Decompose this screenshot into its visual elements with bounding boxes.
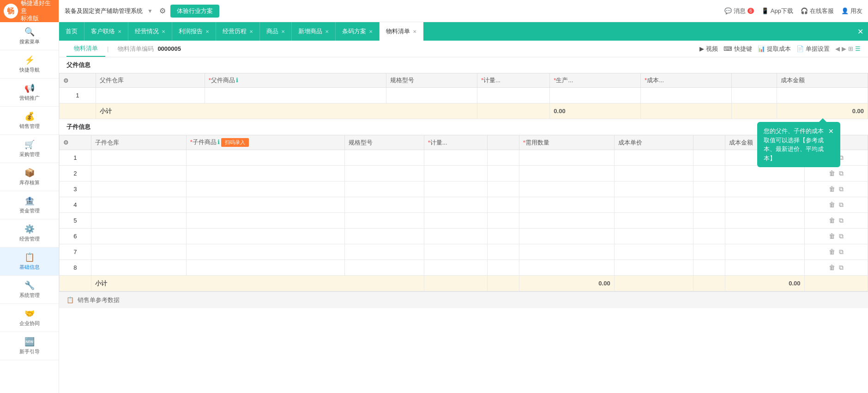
parent-unit-cell[interactable] <box>477 88 549 103</box>
child-quantity-4[interactable] <box>519 197 614 213</box>
delete-btn-2[interactable]: 🗑 <box>829 169 835 177</box>
child-warehouse-4[interactable] <box>91 197 186 213</box>
tab-close-icon[interactable]: ✕ <box>325 29 329 34</box>
scan-btn[interactable]: 扫码录入 <box>221 138 249 147</box>
copy-btn-3[interactable]: ⧉ <box>839 185 844 193</box>
delete-btn-8[interactable]: 🗑 <box>829 264 835 271</box>
tab-bom[interactable]: 物料清单 ✕ <box>380 22 423 41</box>
child-unit-4[interactable] <box>424 197 487 213</box>
sidebar-item-search[interactable]: 🔍 搜索菜单 <box>0 22 59 50</box>
sidebar-item-cooperation[interactable]: 🤝 企业协同 <box>0 304 59 332</box>
child-costprice-2[interactable] <box>614 166 693 181</box>
settings-gear-icon[interactable]: ⚙ <box>159 6 166 15</box>
child-costprice-1[interactable] <box>614 150 693 166</box>
child-quantity-6[interactable] <box>519 229 614 244</box>
child-quantity-2[interactable] <box>519 166 614 181</box>
sidebar-item-operations[interactable]: ⚙️ 经营管理 <box>0 219 59 248</box>
parent-production-cell[interactable] <box>550 88 641 103</box>
parent-warehouse-cell[interactable] <box>96 88 205 103</box>
child-unit-8[interactable] <box>424 260 487 276</box>
child-warehouse-5[interactable] <box>91 213 186 229</box>
child-unit-5[interactable] <box>424 213 487 229</box>
tab-product[interactable]: 商品 ✕ <box>260 22 292 41</box>
sidebar-item-basic-info[interactable]: 📋 基础信息 <box>0 248 59 276</box>
child-spec-8[interactable] <box>344 260 424 276</box>
child-warehouse-7[interactable] <box>91 244 186 260</box>
parent-spec-cell[interactable] <box>386 88 477 103</box>
child-warehouse-2[interactable] <box>91 166 186 181</box>
child-spec-4[interactable] <box>344 197 424 213</box>
messages-btn[interactable]: 💬 消息 6 <box>724 7 754 15</box>
child-product-3[interactable] <box>186 181 344 197</box>
tab-close-icon[interactable]: ✕ <box>413 29 416 34</box>
child-unit-7[interactable] <box>424 244 487 260</box>
child-warehouse-3[interactable] <box>91 181 186 197</box>
nav-close-btn[interactable]: ✕ <box>853 27 868 36</box>
sidebar-item-system[interactable]: 🔧 系统管理 <box>0 276 59 304</box>
parent-product-cell[interactable] <box>205 88 386 103</box>
sidebar-item-finance[interactable]: 🏦 资金管理 <box>0 191 59 219</box>
tab-profit[interactable]: 利润报告 ✕ <box>172 22 216 41</box>
video-btn[interactable]: ▶ 视频 <box>699 45 718 53</box>
tab-close-icon[interactable]: ✕ <box>249 29 253 34</box>
doc-settings-btn[interactable]: 📄 单据设置 <box>796 45 830 53</box>
child-product-1[interactable] <box>186 150 344 166</box>
child-spec-3[interactable] <box>344 181 424 197</box>
child-warehouse-1[interactable] <box>91 150 186 166</box>
child-quantity-7[interactable] <box>519 244 614 260</box>
nav-left-icon[interactable]: ◀ <box>835 45 840 52</box>
child-col-settings[interactable]: ⚙ <box>60 135 91 150</box>
nav-right-icon[interactable]: ▶ <box>842 45 846 52</box>
child-spec-6[interactable] <box>344 229 424 244</box>
child-product-7[interactable] <box>186 244 344 260</box>
sidebar-item-marketing[interactable]: 📢 营销推广 <box>0 79 59 107</box>
child-product-5[interactable] <box>186 213 344 229</box>
tab-operations[interactable]: 经营情况 ✕ <box>128 22 172 41</box>
grid-view-icon[interactable]: ⊞ <box>848 45 853 52</box>
sidebar-item-quick-nav[interactable]: ⚡ 快捷导航 <box>0 50 59 79</box>
child-quantity-8[interactable] <box>519 260 614 276</box>
child-unit-1[interactable] <box>424 150 487 166</box>
child-spec-5[interactable] <box>344 213 424 229</box>
tab-new-product[interactable]: 新增商品 ✕ <box>292 22 336 41</box>
copy-btn-6[interactable]: ⧉ <box>839 232 844 240</box>
tab-customer[interactable]: 客户联络 ✕ <box>84 22 128 41</box>
child-unit-6[interactable] <box>424 229 487 244</box>
copy-btn-2[interactable]: ⧉ <box>839 169 844 177</box>
copy-btn-8[interactable]: ⧉ <box>839 264 844 271</box>
child-costprice-5[interactable] <box>614 213 693 229</box>
child-warehouse-8[interactable] <box>91 260 186 276</box>
delete-btn-3[interactable]: 🗑 <box>829 185 835 193</box>
tab-close-icon[interactable]: ✕ <box>162 29 165 34</box>
parent-col-settings[interactable]: ⚙ <box>60 73 96 88</box>
child-unit-3[interactable] <box>424 181 487 197</box>
dropdown-arrow-icon[interactable]: ▼ <box>147 8 153 14</box>
child-costprice-4[interactable] <box>614 197 693 213</box>
tab-home[interactable]: 首页 <box>59 22 84 41</box>
child-quantity-1[interactable] <box>519 150 614 166</box>
child-spec-2[interactable] <box>344 166 424 181</box>
app-download-btn[interactable]: 📱 App下载 <box>761 7 793 15</box>
child-costprice-6[interactable] <box>614 229 693 244</box>
child-costprice-8[interactable] <box>614 260 693 276</box>
user-btn[interactable]: 👤 用友 <box>841 7 862 15</box>
sidebar-item-guide[interactable]: 🆕 新手引导 <box>0 332 59 360</box>
copy-btn-4[interactable]: ⧉ <box>839 201 844 208</box>
copy-btn-7[interactable]: ⧉ <box>839 248 844 255</box>
tab-barcode[interactable]: 条码方案 ✕ <box>336 22 380 41</box>
delete-btn-4[interactable]: 🗑 <box>829 201 835 208</box>
subtab-bom[interactable]: 物料清单 <box>66 41 105 57</box>
tooltip-close-btn[interactable]: ✕ <box>828 127 834 136</box>
child-product-6[interactable] <box>186 229 344 244</box>
copy-btn-5[interactable]: ⧉ <box>839 217 844 224</box>
try-btn[interactable]: 体验行业方案 <box>170 5 219 18</box>
extract-cost-btn[interactable]: 📊 提取成本 <box>758 45 791 53</box>
tab-close-icon[interactable]: ✕ <box>369 29 373 34</box>
sidebar-item-purchase[interactable]: 🛒 采购管理 <box>0 135 59 163</box>
tab-close-icon[interactable]: ✕ <box>281 29 285 34</box>
child-costprice-7[interactable] <box>614 244 693 260</box>
child-quantity-5[interactable] <box>519 213 614 229</box>
child-quantity-3[interactable] <box>519 181 614 197</box>
child-spec-7[interactable] <box>344 244 424 260</box>
shortcut-btn[interactable]: ⌨ 快捷键 <box>723 45 752 53</box>
